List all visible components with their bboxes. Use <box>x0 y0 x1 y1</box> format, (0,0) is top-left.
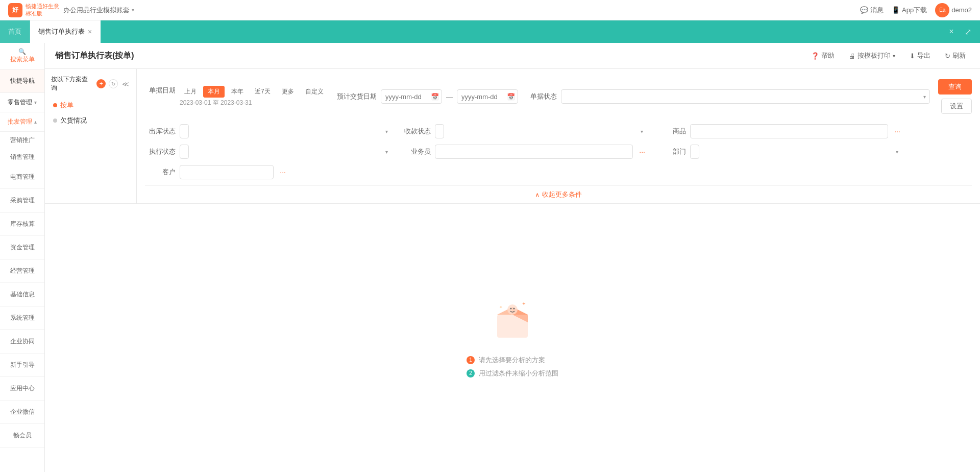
sidebar-item-retail[interactable]: 零售管理 ▾ <box>0 93 44 112</box>
sidebar-item-quick-nav[interactable]: 快捷导航 <box>0 69 44 93</box>
print-icon: 🖨 <box>849 52 855 60</box>
goods-more-button[interactable]: ··· <box>892 127 902 135</box>
sidebar-item-system[interactable]: 系统管理 <box>0 306 44 330</box>
date-btn-more[interactable]: 更多 <box>277 86 299 98</box>
sidebar-item-finance[interactable]: 资金管理 <box>0 236 44 259</box>
date-btn-7days[interactable]: 近7天 <box>250 86 275 98</box>
collapse-scheme-button[interactable]: ≪ <box>121 79 130 88</box>
tab-close-icon[interactable]: × <box>88 28 92 35</box>
sidebar-item-inventory[interactable]: 库存核算 <box>0 213 44 236</box>
date-btn-this-year[interactable]: 本年 <box>227 86 248 98</box>
sidebar-item-operations[interactable]: 经营管理 <box>0 259 44 283</box>
refresh-scheme-button[interactable]: ↻ <box>109 79 118 88</box>
query-buttons: 查询 设置 <box>938 75 972 118</box>
date-label: 单据日期 <box>145 86 176 95</box>
sidebar-item-member[interactable]: 畅会员 <box>0 424 44 447</box>
sidebar-item-enterprise[interactable]: 企业协同 <box>0 330 44 353</box>
empty-steps: 1 请先选择要分析的方案 2 用过滤条件来缩小分析范围 <box>467 356 558 382</box>
settings-button[interactable]: 设置 <box>941 99 972 114</box>
active-dot <box>53 103 57 107</box>
tab-home[interactable]: 首页 <box>0 20 30 43</box>
window-expand-button[interactable]: ⤢ <box>962 26 974 38</box>
exec-status-select[interactable] <box>180 145 189 159</box>
collapse-more-button[interactable]: ∧ 收起更多条件 <box>145 185 972 203</box>
status-input[interactable] <box>561 89 930 104</box>
filter-inner: 按以下方案查询 + ↻ ≪ 按单 欠货情况 <box>45 69 980 203</box>
sidebar-item-wholesale[interactable]: 批发管理 ▴ <box>0 112 44 132</box>
message-icon: 💬 <box>860 6 868 14</box>
date-btn-custom[interactable]: 自定义 <box>301 86 328 98</box>
exec-status-label: 执行状态 <box>145 147 176 156</box>
empty-state: ✦ ✦ 1 请先选择要分析的方案 2 用过滤条件来缩小分析范围 <box>45 204 980 472</box>
sidebar-item-search[interactable]: 🔍 搜索菜单 <box>0 43 44 69</box>
filter-panel: 按以下方案查询 + ↻ ≪ 按单 欠货情况 <box>45 69 980 204</box>
dept-select-wrapper <box>690 145 902 159</box>
logo-area: 好 畅捷通好生意 标准版 <box>8 3 59 17</box>
sidebar-item-purchase[interactable]: 采购管理 <box>0 189 44 213</box>
estimated-date-start-input[interactable] <box>381 89 442 104</box>
sidebar-sub-sales[interactable]: 销售管理 <box>0 149 44 166</box>
salesperson-input[interactable] <box>435 145 633 159</box>
svg-point-5 <box>510 308 512 309</box>
export-icon: ⬇ <box>910 52 915 60</box>
collapse-icon: ∧ <box>535 191 540 199</box>
window-close-button[interactable]: × <box>945 26 958 38</box>
filter-row-1: 单据日期 上月 本月 本年 近7天 更多 自定义 <box>145 75 972 118</box>
empty-step-2: 2 用过滤条件来缩小分析范围 <box>467 369 558 378</box>
date-btn-last-month[interactable]: 上月 <box>180 86 201 98</box>
filter-option-by-order[interactable]: 按单 <box>51 98 130 113</box>
message-button[interactable]: 💬 消息 <box>860 6 884 15</box>
export-button[interactable]: ⬇ 导出 <box>905 49 935 62</box>
empty-step-1: 1 请先选择要分析的方案 <box>467 356 558 365</box>
query-button[interactable]: 查询 <box>938 79 972 95</box>
customer-more-button[interactable]: ··· <box>278 168 288 176</box>
svg-point-6 <box>513 308 515 309</box>
sidebar-item-ecommerce[interactable]: 电商管理 <box>0 166 44 189</box>
app-download-button[interactable]: 📱 App下载 <box>892 6 927 15</box>
chevron-down-icon: ▾ <box>132 7 134 13</box>
page-header: 销售订单执行表(按单) ❓ 帮助 🖨 按模板打印 ▾ ⬇ 导出 ↻ 刷新 <box>45 43 980 69</box>
dept-select[interactable] <box>690 145 699 159</box>
logo-text: 畅捷通好生意 标准版 <box>26 3 59 16</box>
add-scheme-button[interactable]: + <box>96 79 106 88</box>
sidebar-item-wechat[interactable]: 企业微信 <box>0 400 44 424</box>
date-control: 上月 本月 本年 近7天 更多 自定义 2023-03-01 至 2023-03… <box>180 86 328 107</box>
ship-status-select[interactable] <box>180 124 189 138</box>
collection-status-select[interactable] <box>435 124 444 138</box>
print-button[interactable]: 🖨 按模板打印 ▾ <box>845 49 899 62</box>
date-buttons: 上月 本月 本年 近7天 更多 自定义 <box>180 86 328 98</box>
chevron-up-icon: ▴ <box>34 119 37 125</box>
date-btn-this-month[interactable]: 本月 <box>203 86 225 98</box>
empty-illustration: ✦ ✦ <box>487 294 538 345</box>
main-layout: 🔍 搜索菜单 快捷导航 零售管理 ▾ 批发管理 ▴ 营销推广 销售管理 电商管理… <box>0 43 980 472</box>
tab-sales-order[interactable]: 销售订单执行表 × <box>30 20 101 43</box>
estimated-date-end-input[interactable] <box>457 89 518 104</box>
app-title[interactable]: 办公用品行业模拟账套 ▾ <box>63 6 134 15</box>
estimated-date-group: 预计交货日期 📅 — 📅 <box>337 89 518 104</box>
sidebar-item-apps[interactable]: 应用中心 <box>0 377 44 400</box>
salesperson-more-button[interactable]: ··· <box>637 148 647 156</box>
customer-label: 客户 <box>145 168 176 177</box>
tab-bar-actions: × ⤢ <box>939 20 980 43</box>
content-area: 销售订单执行表(按单) ❓ 帮助 🖨 按模板打印 ▾ ⬇ 导出 ↻ 刷新 <box>45 43 980 472</box>
filter-option-shortage[interactable]: 欠货情况 <box>51 113 130 128</box>
user-menu[interactable]: Ea demo2 <box>935 3 972 17</box>
refresh-icon: ↻ <box>945 52 950 60</box>
customer-input[interactable] <box>180 165 274 179</box>
goods-label: 商品 <box>655 127 686 136</box>
sidebar-item-basic-info[interactable]: 基础信息 <box>0 283 44 306</box>
page-actions: ❓ 帮助 🖨 按模板打印 ▾ ⬇ 导出 ↻ 刷新 <box>807 49 970 62</box>
goods-input[interactable] <box>690 124 888 138</box>
estimated-date-start-wrapper: 📅 <box>381 89 442 104</box>
sidebar-item-guide[interactable]: 新手引导 <box>0 353 44 377</box>
date-field-group: 单据日期 上月 本月 本年 近7天 更多 自定义 <box>145 86 329 107</box>
sidebar-sub-marketing[interactable]: 营销推广 <box>0 132 44 149</box>
status-label: 单据状态 <box>526 92 557 101</box>
refresh-button[interactable]: ↻ 刷新 <box>941 49 970 62</box>
svg-text:✦: ✦ <box>499 305 503 310</box>
help-button[interactable]: ❓ 帮助 <box>807 49 839 62</box>
step2-num: 2 <box>467 369 475 377</box>
logo-icon: 好 <box>8 3 22 17</box>
sidebar: 🔍 搜索菜单 快捷导航 零售管理 ▾ 批发管理 ▴ 营销推广 销售管理 电商管理… <box>0 43 45 472</box>
exec-status-group: 执行状态 <box>145 145 392 159</box>
